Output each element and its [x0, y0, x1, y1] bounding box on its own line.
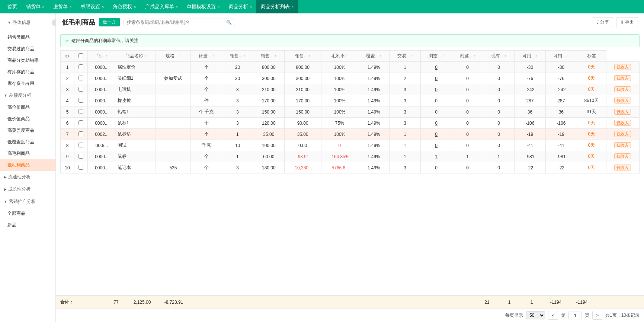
sidebar-item-low-coverage[interactable]: 低覆盖度商品 [0, 136, 55, 148]
col-checkbox[interactable] [74, 51, 87, 62]
close-icon[interactable]: × [42, 4, 44, 9]
sidebar-item-category-rate[interactable]: 商品分类助销率 [0, 55, 55, 66]
nav-template[interactable]: 单据模板设置 × [182, 0, 224, 13]
search-icon[interactable]: 🔍 [226, 20, 232, 25]
sidebar-item-in-stock[interactable]: 有库存的商品 [0, 66, 55, 78]
row-select[interactable] [74, 73, 87, 84]
row-code: 0000... [88, 84, 116, 95]
nav-analysis[interactable]: 商品分析 × [224, 0, 256, 13]
sidebar-item-high-value[interactable]: 高价值商品 [0, 102, 55, 113]
sidebar-item-low-margin[interactable]: 低毛利商品 [0, 159, 55, 171]
col-price[interactable]: 销售... [253, 51, 284, 62]
per-page-select[interactable]: 10 20 50 100 [526, 311, 545, 319]
row-select[interactable] [74, 162, 87, 173]
row-select[interactable] [74, 151, 87, 162]
row-checkbox[interactable] [79, 76, 83, 80]
close-icon[interactable]: × [176, 4, 178, 9]
row-trade[interactable]: 0 [421, 140, 452, 151]
sidebar-item-sales-goods[interactable]: 销售类商品 [0, 32, 55, 43]
col-settings[interactable]: ⚙ [61, 51, 74, 62]
sidebar-group-growth[interactable]: ▶ 成长性分析 [0, 183, 55, 195]
row-available: -76 [545, 73, 577, 84]
row-tag: 低收入 [606, 62, 639, 73]
row-checkbox[interactable] [79, 64, 83, 69]
row-checkbox[interactable] [79, 109, 83, 114]
col-trade[interactable]: 交易... [390, 51, 421, 62]
row-select[interactable] [74, 95, 87, 106]
close-icon[interactable]: × [217, 4, 220, 9]
row-checkbox[interactable] [79, 98, 83, 103]
select-all-checkbox[interactable] [79, 53, 83, 58]
row-checkbox[interactable] [79, 154, 83, 159]
sidebar-item-new-goods[interactable]: 新品 [0, 219, 55, 231]
share-button[interactable]: ⤴ 分享 [593, 17, 613, 27]
close-icon[interactable]: × [250, 4, 252, 9]
row-checkbox[interactable] [79, 87, 83, 92]
row-trade[interactable]: 0 [421, 162, 452, 173]
row-coverage: 3 [390, 84, 421, 95]
sidebar-group-differential[interactable]: ▼ 差额度分析 [0, 89, 55, 102]
row-margin: 1.49% [358, 118, 390, 129]
col-spec[interactable]: 规格... [156, 51, 190, 62]
row-select[interactable] [74, 118, 87, 129]
nav-purchase[interactable]: 进货单 × [49, 0, 76, 13]
sidebar-item-capital[interactable]: 库存资金占用 [0, 78, 55, 89]
close-icon[interactable]: × [102, 4, 104, 9]
row-trade[interactable]: 0 [421, 129, 452, 140]
sidebar-group-marketing[interactable]: ▼ 营销推广分析 [0, 195, 55, 208]
sidebar-item-all-goods[interactable]: 全部商品 [0, 208, 55, 219]
row-trade[interactable]: 0 [421, 84, 452, 95]
col-coverage[interactable]: 覆盖... [358, 51, 390, 62]
row-trade[interactable]: 1 [421, 151, 452, 162]
col-qty[interactable]: 销售... [222, 51, 253, 62]
col-name[interactable]: 商品名称 [116, 51, 156, 62]
sidebar-item-high-coverage[interactable]: 高覆盖度商品 [0, 125, 55, 136]
col-stock[interactable]: 现有... [483, 51, 515, 62]
row-trade[interactable]: 0 [421, 118, 452, 129]
row-select[interactable] [74, 106, 87, 118]
nav-analysis-list[interactable]: 商品分析列表 × [256, 0, 298, 13]
next-page-btn[interactable]: ＞ [592, 311, 602, 320]
row-trade[interactable]: 0 [421, 62, 452, 73]
col-gross[interactable]: 毛利率 [321, 51, 358, 62]
sidebar-group-overall[interactable]: ▼ 整体信息 [4, 16, 34, 29]
prev-page-btn[interactable]: ＜ [548, 311, 558, 320]
sidebar-group-circulation[interactable]: ▶ 流通性分析 [0, 171, 55, 183]
close-icon[interactable]: × [134, 4, 136, 9]
col-sale[interactable]: 销售... [284, 51, 321, 62]
search-input[interactable] [127, 20, 226, 25]
row-checkbox[interactable] [79, 165, 83, 170]
close-icon[interactable]: × [69, 4, 71, 9]
row-select[interactable] [74, 84, 87, 95]
row-select[interactable] [74, 129, 87, 140]
row-checkbox[interactable] [79, 143, 83, 147]
table-row: 10 0000... 笔记本 535 个 3 180.00 -10,380...… [61, 162, 640, 173]
row-select[interactable] [74, 62, 87, 73]
row-trade[interactable]: 0 [421, 95, 452, 106]
nav-permissions[interactable]: 权限设置 × [76, 0, 108, 13]
sidebar-item-low-value[interactable]: 低价值商品 [0, 113, 55, 125]
sidebar-item-traded[interactable]: 交易过的商品 [0, 43, 55, 55]
nav-home[interactable]: 首页 [3, 0, 22, 13]
search-box[interactable]: 🔍 [124, 19, 235, 26]
row-checkbox[interactable] [79, 120, 83, 125]
row-checkbox[interactable] [79, 131, 83, 136]
col-sellable[interactable]: 可销... [545, 51, 577, 62]
sidebar-collapse-btn[interactable]: 《 [52, 19, 56, 26]
nav-roles[interactable]: 角色授权 × [108, 0, 140, 13]
nav-product-in[interactable]: 产成品入库单 × [141, 0, 182, 13]
row-trade[interactable]: 0 [421, 106, 452, 118]
col-available[interactable]: 可用... [514, 51, 545, 62]
sidebar-item-high-margin[interactable]: 高毛利商品 [0, 148, 55, 159]
export-button[interactable]: ⬇ 导出 [616, 17, 638, 27]
row-trade[interactable]: 0 [421, 73, 452, 84]
nav-sales[interactable]: 销货单 × [22, 0, 49, 13]
page-number-input[interactable] [568, 312, 582, 319]
col-browse1[interactable]: 浏览... [421, 51, 452, 62]
time-filter-button[interactable]: 近一月 [99, 18, 120, 26]
close-icon[interactable]: × [291, 4, 294, 9]
row-select[interactable] [74, 140, 87, 151]
col-unit[interactable]: 计量... [191, 51, 222, 62]
col-browse2[interactable]: 浏览... [452, 51, 483, 62]
col-code[interactable]: 商... [88, 51, 116, 62]
